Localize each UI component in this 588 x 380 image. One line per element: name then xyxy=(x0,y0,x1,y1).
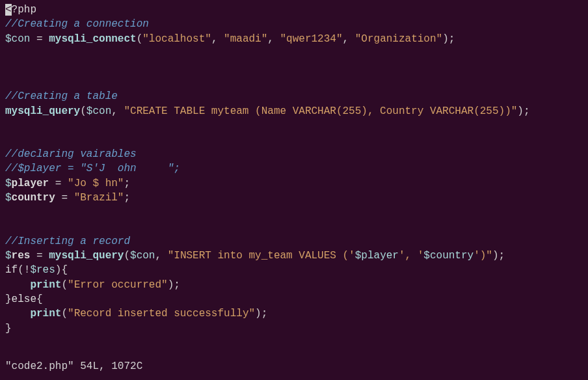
code-line: //$player = "S'J ohn "; xyxy=(5,161,583,176)
variable: $con xyxy=(130,250,155,262)
code-line: $con = mysqli_connect("localhost", "maad… xyxy=(5,32,583,46)
comment: //$player = "S'J ohn "; xyxy=(5,163,180,174)
code-line: mysqli_query($con, "CREATE TABLE myteam … xyxy=(5,104,583,118)
function-call: print xyxy=(30,279,61,291)
string-literal: "Organization" xyxy=(355,33,442,45)
comment: //Inserting a record xyxy=(5,236,130,247)
cursor: < xyxy=(5,4,12,16)
string-literal: "Brazil" xyxy=(74,192,124,204)
function-call: print xyxy=(30,308,61,319)
variable: $con xyxy=(5,33,30,45)
code-line xyxy=(5,46,583,61)
code-line xyxy=(5,206,583,220)
code-line xyxy=(5,133,583,147)
variable-name: player xyxy=(12,178,49,189)
variable: $con xyxy=(87,105,111,117)
code-line: print("Error occurred"); xyxy=(5,278,583,292)
code-line: //declaring vairables xyxy=(5,147,583,161)
variable-in-string: $player xyxy=(355,250,399,262)
keyword: if xyxy=(5,264,18,276)
string-literal: ', ' xyxy=(399,250,423,262)
variable-name: country xyxy=(12,192,55,204)
code-line: $res = mysqli_query($con, "INSERT into m… xyxy=(5,249,583,263)
code-editor[interactable]: <?php //Creating a connection $con = mys… xyxy=(5,3,583,336)
code-line: print("Record inserted successfully"); xyxy=(5,306,583,321)
code-line xyxy=(5,61,583,75)
string-literal: "CREATE TABLE myteam (Name VARCHAR(255),… xyxy=(124,105,517,117)
code-line: //Inserting a record xyxy=(5,234,583,249)
php-open-tag: ?php xyxy=(12,4,36,16)
code-line: //Creating a connection xyxy=(5,17,583,31)
string-literal: "maadi" xyxy=(224,33,267,45)
vim-status-line: "code2.php" 54L, 1072C xyxy=(5,359,142,373)
variable: $ xyxy=(5,250,12,262)
string-literal: "Error occurred" xyxy=(68,279,168,291)
variable-in-string: $country xyxy=(423,250,474,262)
variable: $ xyxy=(5,192,12,204)
code-line: $player = "Jo $ hn"; xyxy=(5,176,583,191)
keyword: else xyxy=(12,293,36,305)
comment: //Creating a connection xyxy=(5,18,149,30)
string-literal: "Jo $ hn" xyxy=(68,178,124,189)
variable-name: res xyxy=(12,250,31,262)
comment: //Creating a table xyxy=(5,90,118,102)
code-line: }else{ xyxy=(5,292,583,306)
code-line xyxy=(5,75,583,89)
variable: $res xyxy=(30,264,55,276)
function-call: mysqli_query xyxy=(5,105,80,117)
code-line: //Creating a table xyxy=(5,89,583,103)
code-line xyxy=(5,118,583,133)
string-literal: ')" xyxy=(474,250,492,262)
code-line: if(!$res){ xyxy=(5,263,583,277)
string-literal: "localhost" xyxy=(142,33,211,45)
comment: //declaring vairables xyxy=(5,148,137,160)
code-line xyxy=(5,220,583,234)
string-literal: "Record inserted successfully" xyxy=(68,308,255,319)
variable: $ xyxy=(5,178,12,189)
string-literal: "INSERT into my_team VALUES (' xyxy=(168,250,355,262)
string-literal: "qwer1234" xyxy=(280,33,343,45)
function-call: mysqli_query xyxy=(49,250,124,262)
code-line: <?php xyxy=(5,3,583,17)
code-line: $country = "Brazil"; xyxy=(5,191,583,205)
code-line: } xyxy=(5,321,583,336)
function-call: mysqli_connect xyxy=(49,33,136,45)
